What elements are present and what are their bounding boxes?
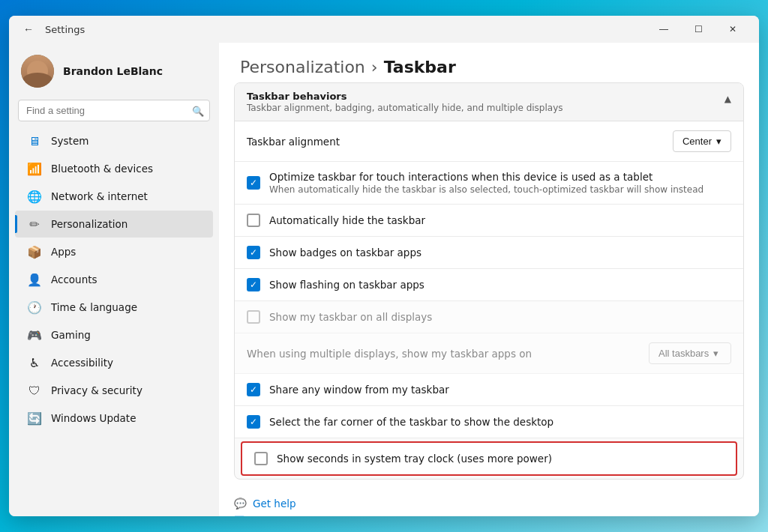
autohide-checkbox[interactable] [247, 214, 260, 227]
setting-row-showseconds: Show seconds in system tray clock (uses … [241, 441, 737, 476]
setting-row-sharewindow: Share any window from my taskbar [235, 374, 743, 406]
setting-label-area: Show seconds in system tray clock (uses … [277, 453, 724, 465]
alldisplays-checkbox[interactable] [247, 310, 260, 324]
setting-label-area: Share any window from my taskbar [269, 384, 731, 396]
settings-window: ← Settings — ☐ ✕ Brandon LeBlanc 🔍 🖥 Sys… [9, 16, 759, 516]
give-feedback-link[interactable]: 📝 Give feedback [234, 516, 744, 516]
accessibility-icon: ♿ [27, 355, 42, 370]
sidebar-item-label: Windows Update [51, 412, 136, 424]
titlebar: ← Settings — ☐ ✕ [9, 16, 759, 43]
sidebar-item-system[interactable]: 🖥 System [15, 127, 213, 154]
content-area: Brandon LeBlanc 🔍 🖥 System 📶 Bluetooth &… [9, 43, 759, 516]
sidebar-item-label: Time & language [51, 301, 137, 313]
sidebar-item-label: Accounts [51, 273, 98, 285]
setting-label: Automatically hide the taskbar [269, 214, 731, 226]
setting-label: When using multiple displays, show my ta… [247, 348, 532, 360]
sidebar-item-label: Apps [51, 246, 76, 258]
privacy-icon: 🛡 [27, 383, 42, 398]
window-title: Settings [45, 24, 640, 35]
bluetooth-icon: 📶 [27, 161, 42, 176]
user-profile: Brandon LeBlanc [9, 49, 219, 100]
multidisplay-value: All taskbars [658, 348, 709, 359]
dropdown-chevron-icon: ▾ [716, 136, 722, 147]
flashing-checkbox[interactable] [247, 278, 260, 291]
sidebar-item-label: Network & internet [51, 190, 148, 202]
setting-row-badges: Show badges on taskbar apps [235, 237, 743, 269]
setting-row-flashing: Show flashing on taskbar apps [235, 269, 743, 301]
time-icon: 🕐 [27, 300, 42, 315]
setting-label: Taskbar alignment [247, 136, 340, 148]
get-help-label: Get help [253, 498, 296, 510]
section-subtitle: Taskbar alignment, badging, automaticall… [247, 103, 563, 113]
sharewindow-checkbox[interactable] [247, 383, 260, 396]
alignment-dropdown[interactable]: Center ▾ [673, 130, 731, 152]
breadcrumb-parent: Personalization [240, 58, 365, 76]
chevron-up-icon[interactable]: ▲ [724, 94, 731, 104]
breadcrumb-separator: › [371, 58, 378, 76]
setting-row-autohide: Automatically hide the taskbar [235, 205, 743, 237]
apps-icon: 📦 [27, 244, 42, 259]
setting-label-area: When using multiple displays, show my ta… [247, 346, 640, 360]
dropdown-chevron-icon: ▾ [713, 348, 718, 359]
search-box: 🔍 [18, 100, 210, 121]
section-header-text: Taskbar behaviors Taskbar alignment, bad… [247, 91, 563, 113]
get-help-link[interactable]: 💬 Get help [234, 498, 744, 510]
help-icon: 💬 [234, 498, 247, 510]
page-header: Personalization › Taskbar [219, 43, 759, 82]
sidebar-item-label: Bluetooth & devices [51, 163, 153, 175]
sidebar-item-privacy[interactable]: 🛡 Privacy & security [15, 377, 213, 404]
sidebar-item-accounts[interactable]: 👤 Accounts [15, 266, 213, 293]
sidebar-item-accessibility[interactable]: ♿ Accessibility [15, 349, 213, 376]
setting-label: Show flashing on taskbar apps [269, 279, 731, 291]
sidebar-item-label: System [51, 135, 88, 147]
showcorner-checkbox[interactable] [247, 415, 260, 429]
setting-label: Select the far corner of the taskbar to … [269, 416, 731, 428]
sidebar-item-time[interactable]: 🕐 Time & language [15, 294, 213, 321]
setting-row-alldisplays: Show my taskbar on all displays [235, 301, 743, 333]
give-feedback-label: Give feedback [253, 516, 326, 516]
setting-row-touch: Optimize taskbar for touch interactions … [235, 162, 743, 205]
setting-label: Show seconds in system tray clock (uses … [277, 453, 724, 465]
badges-checkbox[interactable] [247, 246, 260, 259]
touch-checkbox[interactable] [247, 176, 260, 190]
window-controls: — ☐ ✕ [646, 17, 750, 41]
search-icon: 🔍 [192, 105, 204, 116]
multidisplay-dropdown[interactable]: All taskbars ▾ [649, 342, 731, 364]
setting-sublabel: When automatically hide the taskbar is a… [269, 184, 731, 195]
user-name: Brandon LeBlanc [63, 65, 163, 77]
close-button[interactable]: ✕ [716, 17, 750, 41]
feedback-icon: 📝 [234, 516, 247, 516]
setting-label-area: Show flashing on taskbar apps [269, 279, 731, 291]
setting-label-area: Taskbar alignment [247, 134, 664, 148]
back-button[interactable]: ← [18, 19, 39, 40]
setting-label-area: Show badges on taskbar apps [269, 247, 731, 259]
avatar [21, 55, 54, 88]
search-input[interactable] [18, 100, 210, 121]
setting-label: Show badges on taskbar apps [269, 247, 731, 259]
showseconds-checkbox[interactable] [254, 452, 268, 465]
update-icon: 🔄 [27, 411, 42, 426]
accounts-icon: 👤 [27, 272, 42, 287]
main-content: Personalization › Taskbar Taskbar behavi… [219, 43, 759, 516]
sidebar-item-label: Gaming [51, 329, 91, 341]
setting-row-multidisplay: When using multiple displays, show my ta… [235, 333, 743, 374]
system-icon: 🖥 [27, 133, 42, 148]
maximize-button[interactable]: ☐ [681, 17, 716, 41]
alignment-value: Center [682, 136, 712, 147]
sidebar-item-update[interactable]: 🔄 Windows Update [15, 405, 213, 432]
breadcrumb-current: Taskbar [384, 58, 456, 76]
setting-row-showcorner: Select the far corner of the taskbar to … [235, 406, 743, 438]
minimize-button[interactable]: — [646, 17, 681, 41]
footer-links: 💬 Get help 📝 Give feedback [219, 486, 759, 516]
section-title: Taskbar behaviors [247, 91, 563, 102]
sidebar-item-personalization[interactable]: ✏ Personalization [15, 211, 213, 238]
setting-label: Share any window from my taskbar [269, 384, 731, 396]
sidebar-item-gaming[interactable]: 🎮 Gaming [15, 321, 213, 348]
personalization-icon: ✏ [27, 217, 42, 232]
sidebar-item-network[interactable]: 🌐 Network & internet [15, 183, 213, 210]
sidebar-item-bluetooth[interactable]: 📶 Bluetooth & devices [15, 155, 213, 182]
sidebar: Brandon LeBlanc 🔍 🖥 System 📶 Bluetooth &… [9, 43, 219, 516]
section-header: Taskbar behaviors Taskbar alignment, bad… [235, 83, 743, 121]
sidebar-item-apps[interactable]: 📦 Apps [15, 238, 213, 265]
setting-label-area: Optimize taskbar for touch interactions … [269, 171, 731, 195]
